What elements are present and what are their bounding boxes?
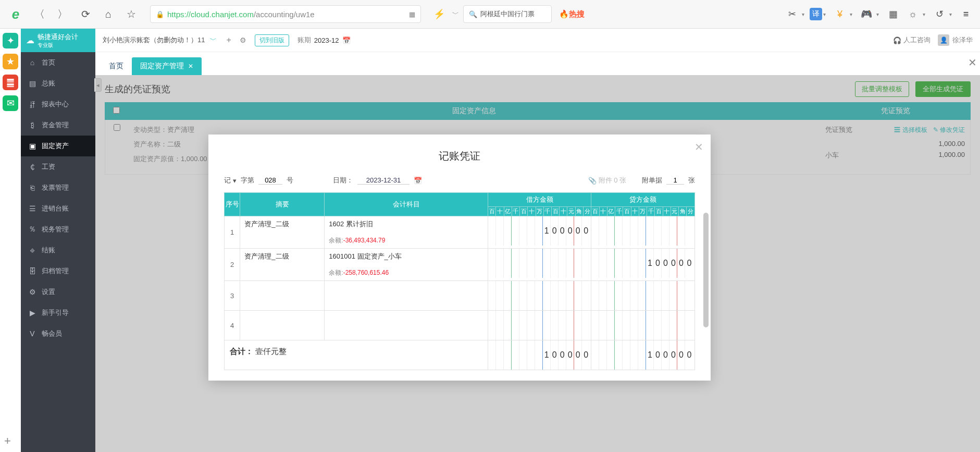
url-scheme: https:// [167, 10, 191, 19]
favorite-button[interactable]: ☆ [122, 5, 141, 23]
search-icon: 🔍 [469, 10, 477, 18]
hot-search-badge[interactable]: 🔥热搜 [559, 9, 585, 19]
dropdown-caret-icon[interactable]: ﹀ [452, 9, 459, 19]
theme-icon[interactable]: ☼ [904, 6, 922, 22]
forward-button[interactable]: 〉 [53, 5, 72, 23]
browser-toolbar: e 〈 〉 ⟳ ⌂ ☆ 🔒 https://cloud.chanjet.com/… [0, 0, 980, 29]
menu-icon[interactable]: ≡ [957, 6, 975, 22]
qr-icon[interactable]: ▦ [409, 10, 415, 18]
game-icon[interactable]: 🎮 [858, 6, 875, 22]
translate-icon[interactable]: 译 [810, 8, 822, 20]
browser-logo-icon: e [12, 6, 19, 22]
search-box[interactable]: 🔍 阿根廷中国行门票 [463, 5, 552, 23]
apps-icon[interactable]: ▦ [884, 6, 902, 22]
address-bar[interactable]: 🔒 https://cloud.chanjet.com/accounting/u… [150, 5, 421, 23]
url-host: cloud.chanjet.com [191, 10, 254, 19]
back-button[interactable]: 〈 [30, 5, 49, 23]
lock-icon: 🔒 [156, 10, 164, 18]
scissors-icon[interactable]: ✂ [783, 6, 801, 22]
url-path: /accounting/uw1e [254, 10, 315, 19]
home-button[interactable]: ⌂ [99, 5, 118, 23]
search-text: 阿根廷中国行门票 [480, 9, 535, 19]
reload-button[interactable]: ⟳ [76, 5, 95, 23]
wallet-icon[interactable]: ¥ [831, 6, 849, 22]
bolt-icon[interactable]: ⚡ [433, 8, 445, 20]
restore-icon[interactable]: ↺ [931, 6, 948, 22]
